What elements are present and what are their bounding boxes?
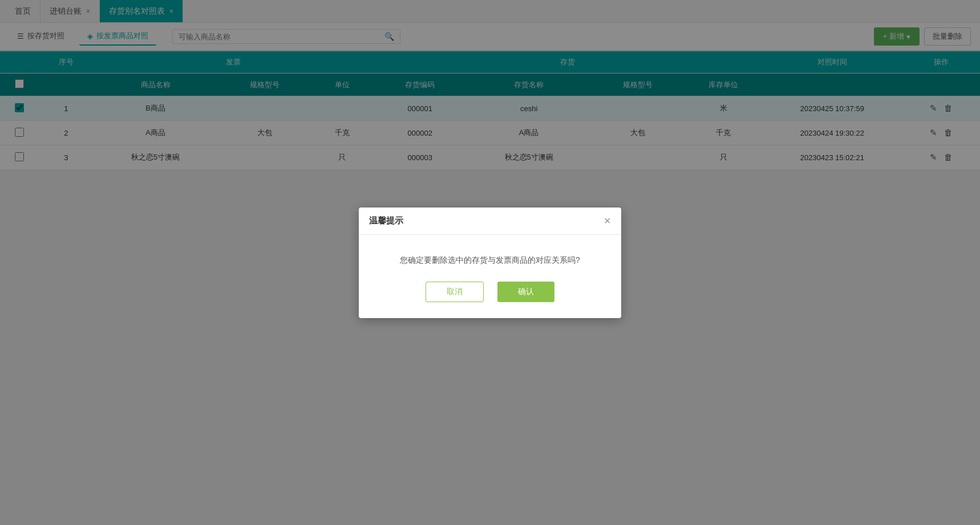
modal-overlay: 温馨提示 ✕ 您确定要删除选中的存货与发票商品的对应关系吗? 取消 确认 [0,0,980,170]
